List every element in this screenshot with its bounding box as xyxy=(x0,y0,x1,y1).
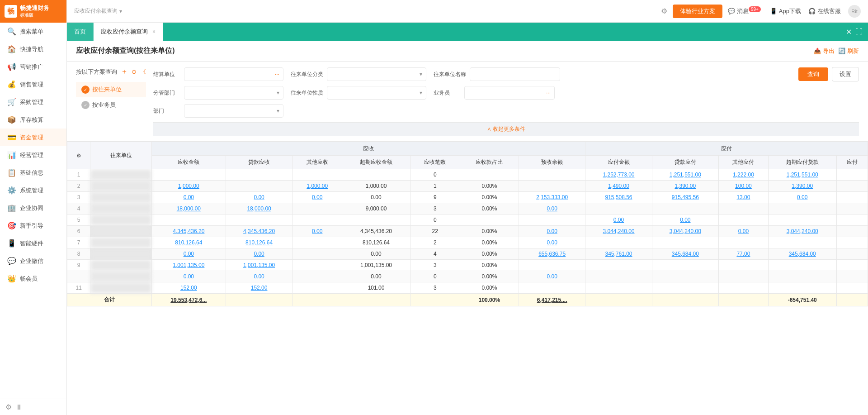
row-ap-amount[interactable]: 1,490.00 xyxy=(585,181,652,192)
solution-button[interactable]: 体验行业方案 xyxy=(673,5,722,18)
row-ar-other[interactable]: 0.00 xyxy=(292,192,342,203)
row-ar-other[interactable] xyxy=(292,215,342,226)
row-ar-loan[interactable] xyxy=(226,181,292,192)
row-ap-amount[interactable]: 0.00 xyxy=(585,215,652,226)
row-ap-other[interactable] xyxy=(718,215,768,226)
row-ap-loan[interactable]: 0.00 xyxy=(652,215,718,226)
row-ar-other[interactable] xyxy=(292,271,342,282)
row-ap-other[interactable] xyxy=(718,271,768,282)
row-ap-loan[interactable] xyxy=(652,282,718,294)
row-ar-prepaid[interactable] xyxy=(519,181,585,192)
row-ar-loan[interactable]: 18,000.00 xyxy=(226,203,292,215)
filter-select-department[interactable]: ▾ xyxy=(184,104,283,118)
tab-close-btn[interactable]: × xyxy=(152,29,156,35)
sidebar-item-新手引导[interactable]: 🎯 新手引导 xyxy=(0,217,66,234)
tab-close-icon[interactable]: ✕ xyxy=(846,28,852,36)
row-ap-other[interactable] xyxy=(718,237,768,248)
scheme-item-按业务员[interactable]: ✓ 按业务员 xyxy=(76,97,146,113)
row-ap-amount[interactable] xyxy=(585,260,652,271)
sidebar-item-畅会员[interactable]: 👑 畅会员 xyxy=(0,270,66,287)
row-ap-loan[interactable]: 3,044,240.00 xyxy=(652,226,718,237)
export-button[interactable]: 📤 导出 xyxy=(814,47,835,55)
tab-fullscreen-icon[interactable]: ⛶ xyxy=(855,28,863,36)
row-ar-amount[interactable]: 152.00 xyxy=(151,282,226,294)
sidebar-item-基础信息[interactable]: 📋 基础信息 xyxy=(0,164,66,181)
tab-首页[interactable]: 首页 xyxy=(67,23,94,41)
row-ap-overdue[interactable]: 1,251,551.00 xyxy=(768,169,836,181)
sidebar-item-快捷导航[interactable]: 🏠 快捷导航 xyxy=(0,40,66,58)
row-ar-amount[interactable]: 0.00 xyxy=(151,248,226,260)
row-ap-overdue[interactable] xyxy=(768,203,836,215)
row-ar-prepaid[interactable]: 655,636.75 xyxy=(519,248,585,260)
row-ar-amount[interactable]: 18,000.00 xyxy=(151,203,226,215)
total-ar-amount[interactable]: 19,553,472,6... xyxy=(151,294,226,306)
row-ar-amount[interactable]: 1,000.00 xyxy=(151,181,226,192)
row-ap-overdue[interactable]: 3,044,240.00 xyxy=(768,226,836,237)
row-ap-overdue[interactable] xyxy=(768,237,836,248)
row-ar-prepaid[interactable]: 2,153,333.00 xyxy=(519,192,585,203)
filter-select-salesman[interactable]: ··· xyxy=(464,86,555,100)
row-ap-amount[interactable]: 915,508.56 xyxy=(585,192,652,203)
row-ar-prepaid[interactable] xyxy=(519,169,585,181)
row-ar-other[interactable] xyxy=(292,203,342,215)
row-ap-overdue[interactable]: 0.00 xyxy=(768,192,836,203)
row-ar-loan[interactable]: 152.00 xyxy=(226,282,292,294)
row-ar-other[interactable]: 0.00 xyxy=(292,226,342,237)
row-ap-other[interactable] xyxy=(718,282,768,294)
row-ap-amount[interactable] xyxy=(585,282,652,294)
sidebar-item-智能硬件[interactable]: 📱 智能硬件 xyxy=(0,234,66,252)
message-item[interactable]: 💬 消息 99+ xyxy=(728,7,763,15)
row-ap-loan[interactable] xyxy=(652,271,718,282)
row-ar-other[interactable] xyxy=(292,248,342,260)
row-ar-loan[interactable]: 0.00 xyxy=(226,271,292,282)
tab-应收应付余额查询[interactable]: 应收应付余额查询× xyxy=(94,23,163,41)
sidebar-item-企业协同[interactable]: 🏢 企业协同 xyxy=(0,199,66,217)
row-ar-other[interactable] xyxy=(292,237,342,248)
sidebar-item-系统管理[interactable]: ⚙️ 系统管理 xyxy=(0,181,66,199)
breadcrumb-dropdown-icon[interactable]: ▾ xyxy=(119,8,122,14)
collapse-more-btn[interactable]: ∧ 收起更多条件 xyxy=(153,122,859,136)
row-ap-loan[interactable]: 1,390.00 xyxy=(652,181,718,192)
row-ar-amount[interactable] xyxy=(151,215,226,226)
row-ar-loan[interactable]: 810,126.64 xyxy=(226,237,292,248)
settings-button[interactable]: 设置 xyxy=(832,67,859,81)
row-ap-amount[interactable] xyxy=(585,203,652,215)
filter-select-category[interactable]: ▾ xyxy=(327,67,426,81)
row-ar-other[interactable] xyxy=(292,169,342,181)
sidebar-item-采购管理[interactable]: 🛒 采购管理 xyxy=(0,93,66,111)
sidebar-item-经营管理[interactable]: 📊 经营管理 xyxy=(0,146,66,164)
online-service-item[interactable]: 🎧 在线客服 xyxy=(808,7,841,15)
row-ap-overdue[interactable] xyxy=(768,215,836,226)
row-ar-prepaid[interactable] xyxy=(519,282,585,294)
row-ar-amount[interactable]: 0.00 xyxy=(151,192,226,203)
row-ar-prepaid[interactable]: 0.00 xyxy=(519,203,585,215)
row-ap-loan[interactable] xyxy=(652,203,718,215)
row-ar-amount[interactable]: 4,345,436.20 xyxy=(151,226,226,237)
row-ar-prepaid[interactable]: 0.00 xyxy=(519,226,585,237)
row-ap-other[interactable] xyxy=(718,203,768,215)
app-download-item[interactable]: 📱 App下载 xyxy=(770,7,801,15)
row-ap-amount[interactable]: 1,252,773.00 xyxy=(585,169,652,181)
filter-select-dept[interactable]: ▾ xyxy=(184,86,283,100)
refresh-button[interactable]: 🔄 刷新 xyxy=(838,47,859,55)
row-ar-loan[interactable] xyxy=(226,169,292,181)
row-ar-loan[interactable]: 0.00 xyxy=(226,192,292,203)
th-settings[interactable]: ⚙ xyxy=(67,142,90,169)
sidebar-item-销售管理[interactable]: 💰 销售管理 xyxy=(0,76,66,93)
row-ar-other[interactable] xyxy=(292,260,342,271)
row-ap-loan[interactable]: 915,495.56 xyxy=(652,192,718,203)
row-ar-amount[interactable]: 1,001,135.00 xyxy=(151,260,226,271)
total-ar-prepaid[interactable]: 6,417,215.... xyxy=(519,294,585,306)
row-ar-amount[interactable]: 810,126.64 xyxy=(151,237,226,248)
row-ap-overdue[interactable]: 1,390.00 xyxy=(768,181,836,192)
row-ar-other[interactable] xyxy=(292,282,342,294)
row-ap-overdue[interactable] xyxy=(768,282,836,294)
row-ar-loan[interactable]: 4,345,436.20 xyxy=(226,226,292,237)
row-ap-other[interactable] xyxy=(718,260,768,271)
table-wrapper[interactable]: ⚙ 往来单位 应收 应付 应收金额 贷款应收 其他应收 超期应收金额 应收笔数 … xyxy=(67,142,868,415)
sidebar-item-搜索菜单[interactable]: 🔍 搜索菜单 xyxy=(0,23,66,40)
row-ar-prepaid[interactable] xyxy=(519,260,585,271)
row-ar-amount[interactable]: 0.00 xyxy=(151,271,226,282)
row-ap-loan[interactable]: 1,251,551.00 xyxy=(652,169,718,181)
row-ap-amount[interactable] xyxy=(585,237,652,248)
